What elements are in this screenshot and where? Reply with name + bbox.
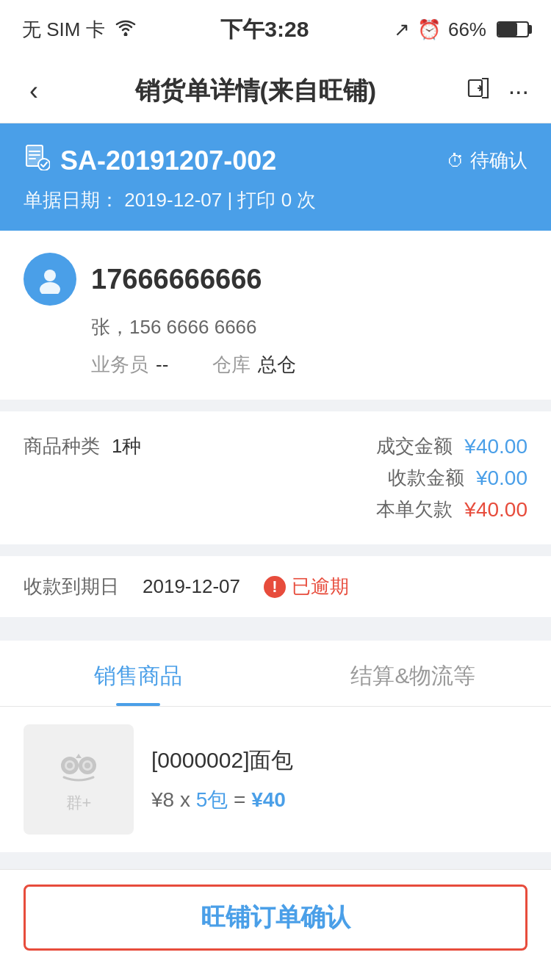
svg-point-3 — [38, 159, 50, 170]
svg-point-0 — [123, 32, 127, 36]
status-bar: 无 SIM 卡 下午3:28 ↗ ⏰ 66% — [0, 0, 551, 59]
owed-value: ¥40.00 — [464, 498, 527, 522]
sales-value: -- — [156, 353, 168, 376]
status-text: 待确认 — [470, 148, 527, 173]
product-info: [0000002]面包 ¥8 x 5包 = ¥40 — [151, 746, 527, 814]
transaction-value: ¥40.00 — [464, 435, 527, 458]
alarm-icon: ⏰ — [417, 18, 441, 41]
confirm-button-container: 旺铺订单确认 — [0, 869, 551, 980]
product-type-value: 1种 — [112, 433, 141, 459]
tab-sales-products[interactable]: 销售商品 — [0, 641, 276, 706]
print-text: | 打印 0 次 — [227, 189, 316, 211]
order-number-text: SA-20191207-002 — [60, 145, 276, 176]
tab-sales-label: 销售商品 — [94, 663, 182, 688]
customer-card: 17666666666 张，156 6666 6666 业务员 -- 仓库 总仓 — [0, 231, 551, 400]
product-image: 群+ — [24, 724, 134, 835]
order-status: ⏱ 待确认 — [447, 148, 527, 173]
tab-settlement[interactable]: 结算&物流等 — [276, 641, 551, 706]
customer-name: 张，156 6666 6666 — [91, 314, 527, 340]
product-type-item: 商品种类 1种 — [24, 433, 141, 459]
warehouse-value: 总仓 — [258, 352, 296, 378]
avatar — [24, 253, 76, 306]
received-amount-item: 收款金额 ¥0.00 — [388, 465, 527, 491]
product-type-label: 商品种类 — [24, 433, 100, 459]
confirm-button-label: 旺铺订单确认 — [201, 901, 350, 934]
svg-point-11 — [84, 763, 90, 768]
product-price: ¥8 x 5包 = ¥40 — [151, 786, 527, 814]
due-date-value: 2019-12-07 — [143, 575, 240, 598]
clock-icon: ⏱ — [447, 151, 464, 171]
svg-point-4 — [44, 270, 56, 281]
warehouse-info: 仓库 总仓 — [212, 352, 296, 378]
price-total: ¥40 — [251, 788, 286, 811]
due-label: 收款到期日 — [24, 574, 119, 599]
order-doc-icon — [24, 144, 50, 177]
battery-percent: 66% — [448, 18, 486, 41]
overdue-badge: ! 已逾期 — [264, 574, 349, 599]
nav-bar: ‹ 销货单详情(来自旺铺) ··· — [0, 59, 551, 123]
price-base: ¥8 — [151, 788, 174, 811]
owed-label: 本单欠款 — [376, 497, 453, 522]
date-label: 单据日期： — [24, 189, 119, 211]
customer-phone: 17666666666 — [91, 264, 262, 295]
received-value: ¥0.00 — [476, 466, 527, 490]
transaction-label: 成交金额 — [376, 433, 453, 459]
due-date-card: 收款到期日 2019-12-07 ! 已逾期 — [0, 556, 551, 617]
date-value: 2019-12-07 — [124, 189, 222, 211]
confirm-order-button[interactable]: 旺铺订单确认 — [24, 884, 527, 951]
back-button[interactable]: ‹ — [22, 68, 46, 114]
status-right: ↗ ⏰ 66% — [394, 18, 529, 41]
equals-sign: = — [234, 788, 251, 811]
received-label: 收款金额 — [388, 465, 464, 491]
time-display: 下午3:28 — [220, 15, 309, 45]
svg-point-10 — [67, 763, 73, 768]
product-name: [0000002]面包 — [151, 746, 527, 776]
multiply-sign: x — [180, 788, 196, 811]
owed-amount-item: 本单欠款 ¥40.00 — [376, 497, 527, 522]
overdue-text: 已逾期 — [292, 574, 349, 599]
page-title: 销货单详情(来自旺铺) — [135, 74, 377, 108]
tabs-container: 销售商品 结算&物流等 — [0, 641, 551, 707]
order-date: 单据日期： 2019-12-07 | 打印 0 次 — [24, 187, 527, 213]
svg-point-5 — [40, 282, 60, 294]
tab-settlement-label: 结算&物流等 — [350, 663, 475, 688]
more-icon[interactable]: ··· — [508, 76, 529, 105]
sales-info: 业务员 -- — [91, 352, 168, 378]
share-icon[interactable] — [466, 76, 491, 107]
warehouse-label: 仓库 — [212, 352, 251, 378]
carrier-text: 无 SIM 卡 — [22, 17, 105, 43]
separator — [0, 629, 551, 641]
overdue-alert-icon: ! — [264, 576, 286, 598]
tabs: 销售商品 结算&物流等 — [0, 641, 551, 707]
customer-info: 业务员 -- 仓库 总仓 — [91, 352, 527, 378]
sales-label: 业务员 — [91, 352, 148, 378]
summary-card: 商品种类 1种 成交金额 ¥40.00 收款金额 ¥0.00 本单欠款 ¥40.… — [0, 411, 551, 544]
order-header: SA-20191207-002 ⏱ 待确认 单据日期： 2019-12-07 |… — [0, 123, 551, 231]
wifi-icon — [115, 18, 136, 41]
price-qty: 5包 — [196, 788, 228, 811]
product-card: 群+ [0000002]面包 ¥8 x 5包 = ¥40 — [0, 707, 551, 852]
status-left: 无 SIM 卡 — [22, 17, 136, 43]
transaction-amount-item: 成交金额 ¥40.00 — [376, 433, 527, 459]
nav-actions: ··· — [466, 76, 529, 107]
product-logo: 群+ — [49, 745, 108, 814]
order-number: SA-20191207-002 — [24, 144, 276, 177]
location-icon: ↗ — [394, 18, 410, 41]
battery-icon — [497, 21, 529, 37]
